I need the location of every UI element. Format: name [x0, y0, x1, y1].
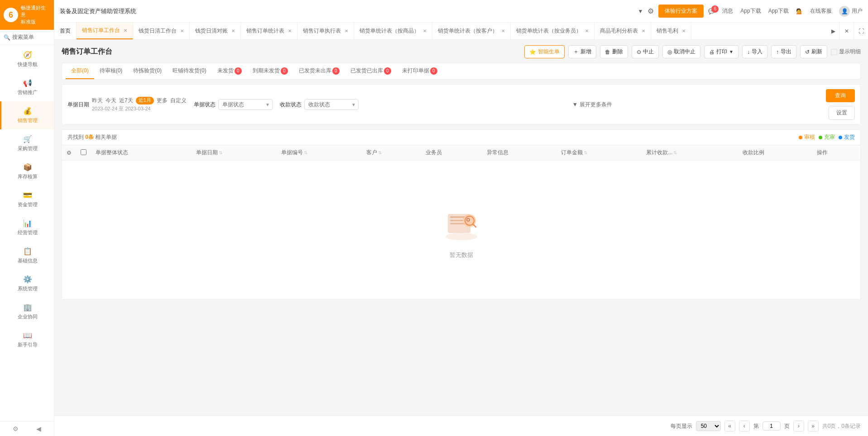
date-more[interactable]: 更多: [157, 97, 168, 104]
tab-label-sales-by-staff: 销货单统计表（按业务员）: [516, 27, 581, 35]
sidebar-item-basic[interactable]: 📋 基础信息: [0, 242, 54, 270]
tab-cash-daily[interactable]: 钱货日清工作台✕: [133, 23, 190, 39]
close-tab-gross-margin[interactable]: ✕: [642, 28, 645, 33]
settings-gear-icon[interactable]: ⚙: [647, 7, 654, 15]
filter-tab-pending-inspect[interactable]: 待拣验货(0): [128, 63, 167, 79]
refresh-btn[interactable]: ↺ 刷新: [800, 45, 827, 58]
close-tab-sales-profit[interactable]: ✕: [682, 28, 686, 33]
system-dropdown[interactable]: ▼: [638, 8, 643, 14]
set-btn[interactable]: 设置: [829, 106, 855, 120]
next-page-btn[interactable]: ›: [793, 421, 804, 431]
sidebar-item-quick-nav[interactable]: 🧭 快捷导航: [0, 45, 54, 73]
sidebar-item-finance[interactable]: 💳 资金管理: [0, 185, 54, 213]
tab-cash-reconcile[interactable]: 钱货日清对账✕: [190, 23, 241, 39]
th-customer[interactable]: 客户⇅: [362, 145, 421, 161]
close-tab-sales-by-customer[interactable]: ✕: [501, 28, 505, 33]
audit-link[interactable]: 审核: [799, 133, 815, 141]
filter-tab-not-printed[interactable]: 未打印单据0: [397, 63, 443, 79]
date-custom[interactable]: 自定义: [170, 97, 187, 104]
date-sort-icon: ⇅: [219, 150, 222, 155]
import-btn[interactable]: ↓ 导入: [742, 45, 767, 58]
th-amount[interactable]: 订单金额⇅: [556, 145, 642, 161]
close-tab-sales-by-staff[interactable]: ✕: [585, 28, 589, 33]
date-7days[interactable]: 近7天: [119, 97, 133, 104]
filter-tab-shipped-out[interactable]: 已发货已出库0: [345, 63, 397, 79]
suspend-btn[interactable]: ⊙ 中止: [632, 45, 659, 58]
filter-tab-pending-audit[interactable]: 待审核(0): [94, 63, 128, 79]
ship-link[interactable]: 发货: [839, 133, 855, 141]
print-btn[interactable]: 🖨 打印 ▼: [704, 45, 739, 58]
status-select[interactable]: 单据状态: [218, 99, 273, 110]
filter-tab-wangpu-pending[interactable]: 旺铺待发货(0): [167, 63, 212, 79]
tabbar-more-btn[interactable]: ▶: [828, 28, 839, 34]
close-tab-sales-by-product[interactable]: ✕: [423, 28, 427, 33]
filter-tab-expired-not-shipped[interactable]: 到期未发货0: [247, 63, 293, 79]
first-page-btn[interactable]: «: [724, 421, 735, 431]
sidebar-item-guide[interactable]: 📖 新手引导: [0, 326, 54, 354]
th-settings[interactable]: ⚙: [62, 145, 76, 161]
close-tab-cash-reconcile[interactable]: ✕: [231, 28, 235, 33]
last-page-btn[interactable]: »: [808, 421, 819, 431]
quick-nav-icon: 🧭: [23, 51, 32, 59]
filter-row: 单据日期 昨天 今天 近7天 近1月 更多 自定义 2023-02-24 至 2…: [67, 89, 855, 120]
page-size-select[interactable]: 50 10 20 100: [696, 421, 721, 431]
filter-tab-all[interactable]: 全部(0): [66, 63, 94, 79]
add-btn[interactable]: ＋ 新增: [568, 45, 596, 58]
query-btn[interactable]: 查询: [826, 89, 855, 102]
sidebar-item-system[interactable]: ⚙️ 系统管理: [0, 270, 54, 298]
sidebar-item-marketing[interactable]: 📢 营销推广: [0, 73, 54, 101]
page-input[interactable]: [762, 422, 781, 431]
th-date[interactable]: 单据日期⇅: [192, 145, 277, 161]
search-menu[interactable]: 🔍 搜索菜单: [0, 30, 54, 45]
tab-sales-profit[interactable]: 销售毛利✕: [651, 23, 691, 39]
online-service-text[interactable]: 在线客服: [810, 7, 832, 15]
date-today[interactable]: 今天: [106, 97, 116, 104]
th-no[interactable]: 单据编号⇅: [277, 145, 362, 161]
payment-select[interactable]: 收款状态: [304, 99, 359, 110]
tab-sales-by-staff[interactable]: 销货单统计表（按业务员）✕: [511, 23, 595, 39]
app-download-link[interactable]: App下载: [740, 7, 761, 15]
filter-tab-not-shipped[interactable]: 未发货0: [212, 63, 247, 79]
tab-gross-margin[interactable]: 商品毛利分析表✕: [595, 23, 651, 39]
cancel-audit-link[interactable]: 充审: [819, 133, 835, 141]
close-tab-sales-exec[interactable]: ✕: [345, 28, 348, 33]
settings-icon[interactable]: ⚙: [13, 425, 19, 432]
export-btn[interactable]: ↑ 导出: [771, 45, 796, 58]
close-tab-sales-stat[interactable]: ✕: [288, 28, 292, 33]
date-yesterday[interactable]: 昨天: [92, 97, 103, 104]
select-all-checkbox[interactable]: [81, 149, 86, 155]
tab-home[interactable]: 首页: [54, 23, 77, 39]
delete-btn[interactable]: 🗑 删除: [600, 45, 628, 58]
sidebar-item-purchase[interactable]: 🛒 采购管理: [0, 129, 54, 157]
sidebar-item-enterprise[interactable]: 🏢 企业协同: [0, 298, 54, 326]
tab-sales-by-customer[interactable]: 销货单统计表（按客户）✕: [432, 23, 511, 39]
th-received[interactable]: 累计收款...⇅: [642, 145, 738, 161]
message-badge[interactable]: 💬 6: [708, 8, 715, 14]
close-tab-sales-order-workbench[interactable]: ✕: [124, 28, 127, 33]
th-ratio: 收款比例: [738, 145, 812, 161]
tab-sales-exec[interactable]: 销售订单执行表✕: [297, 23, 354, 39]
date-1month[interactable]: 近1月: [136, 97, 154, 104]
user-menu[interactable]: 👤 用户: [839, 6, 863, 17]
industry-btn[interactable]: 体验行业方案: [658, 5, 704, 18]
filter-tab-shipped-not-out[interactable]: 已发货未出库0: [293, 63, 345, 79]
tab-sales-order-workbench[interactable]: 销售订单工作台✕: [77, 23, 133, 39]
table-header-bar: 共找到 0条 相关单据 审核 充审 发货: [62, 130, 860, 145]
close-all-icon[interactable]: ✕: [839, 23, 854, 40]
cancel-suspend-btn[interactable]: ◎ 取消中止: [662, 45, 700, 58]
sidebar-item-sales[interactable]: 💰 销售管理: [0, 101, 54, 129]
sidebar-item-inventory[interactable]: 📦 库存核算: [0, 157, 54, 185]
sidebar-item-operation[interactable]: 📊 经营管理: [0, 213, 54, 242]
th-checkbox[interactable]: [76, 145, 91, 161]
user-avatar: 👤: [839, 6, 850, 17]
table-body: 暂无数据: [62, 161, 860, 299]
smart-generate-btn[interactable]: ⭐ 智能生单: [524, 45, 565, 58]
tab-sales-by-product[interactable]: 销货单统计表（按商品）✕: [354, 23, 432, 39]
prev-page-btn[interactable]: ‹: [739, 421, 750, 431]
expand-filter-btn[interactable]: ▼ 展开更多条件: [572, 101, 612, 109]
close-tab-cash-daily[interactable]: ✕: [180, 28, 184, 33]
collapse-icon[interactable]: ◀: [36, 425, 41, 432]
tab-sales-stat[interactable]: 销售订单统计表✕: [241, 23, 297, 39]
show-detail-toggle[interactable]: 显示明细: [831, 48, 861, 56]
maximize-icon[interactable]: ⛶: [854, 23, 868, 40]
